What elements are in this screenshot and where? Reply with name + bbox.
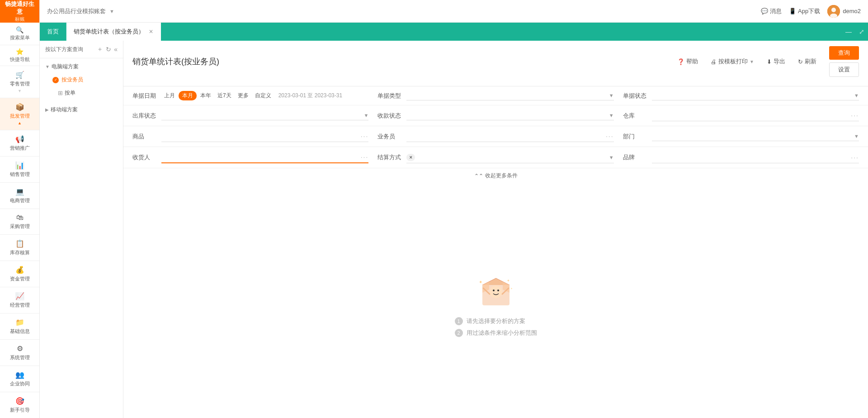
app-download-button[interactable]: 📱 App下载 bbox=[789, 7, 820, 15]
tab-maximize-icon[interactable]: ⤢ bbox=[855, 28, 868, 35]
sidebar-item-basic[interactable]: 📁 基础信息 bbox=[0, 314, 39, 340]
refresh-scheme-icon[interactable]: ↻ bbox=[106, 46, 111, 53]
help-icon: ❓ bbox=[677, 58, 684, 65]
salesman-dots-icon: ··· bbox=[606, 133, 614, 140]
print-icon: 🖨 bbox=[711, 58, 717, 65]
scheme-by-order[interactable]: ⊞ 按单 bbox=[40, 86, 123, 100]
query-btn-group: 查询 设置 bbox=[826, 46, 859, 77]
left-panel-actions: ＋ ↻ « bbox=[97, 45, 118, 53]
filter-warehouse: 仓库 ··· bbox=[623, 110, 859, 121]
sidebar-item-system[interactable]: ⚙ 系统管理 bbox=[0, 340, 39, 366]
type-label: 单据类型 bbox=[377, 92, 406, 100]
app-name-label: 办公用品行业模拟账套 bbox=[47, 7, 106, 15]
tab-close-icon[interactable]: ✕ bbox=[149, 28, 153, 35]
collapse-button[interactable]: ⌃⌃ 收起更多条件 bbox=[474, 172, 518, 180]
sidebar-item-quicknav[interactable]: ⭐ 快捷导航 bbox=[0, 45, 39, 66]
tab-sales-stat[interactable]: 销货单统计表（按业务员） ✕ bbox=[66, 23, 161, 41]
export-button[interactable]: ⬇ 导出 bbox=[763, 56, 789, 67]
empty-tip-1: 1 请先选择要分析的方案 bbox=[455, 317, 537, 325]
export-icon: ⬇ bbox=[767, 58, 772, 65]
sidebar-item-collab[interactable]: 👥 企业协同 bbox=[0, 366, 39, 392]
filter-type: 单据类型 ▼ bbox=[377, 91, 613, 100]
tab-minimize-icon[interactable]: — bbox=[842, 28, 855, 35]
date-tab-thisyear[interactable]: 本年 bbox=[198, 91, 214, 100]
sidebar-item-operation[interactable]: 📈 经营管理 bbox=[0, 287, 39, 314]
sidebar-item-wholesale[interactable]: 📦 批发管理 ▲ bbox=[0, 98, 39, 130]
sidebar-item-finance[interactable]: 💰 资金管理 bbox=[0, 261, 39, 287]
salesman-control[interactable]: ··· bbox=[406, 131, 613, 142]
salesman-label: 业务员 bbox=[377, 133, 406, 141]
filter-section: 单据日期 上月 本月 本年 近7天 更多 自定义 2023-03-01 至 20… bbox=[123, 86, 868, 183]
settlement-arrow-icon: ▼ bbox=[609, 155, 614, 160]
print-dropdown-icon: ▼ bbox=[750, 59, 754, 64]
type-arrow-icon: ▼ bbox=[609, 93, 614, 98]
left-panel-title: 按以下方案查询 bbox=[45, 46, 83, 53]
dept-control[interactable]: ▼ bbox=[652, 132, 859, 141]
desktop-scheme-section: ▼ 电脑端方案 ✓ 按业务员 ⊞ 按单 bbox=[40, 58, 123, 101]
date-tab-lastmonth[interactable]: 上月 bbox=[161, 91, 178, 100]
empty-tip-2: 2 用过滤条件来缩小分析范围 bbox=[455, 329, 537, 337]
add-scheme-icon[interactable]: ＋ bbox=[97, 45, 103, 53]
sidebar: 畅捷通好生意 标账 🔍 搜索菜单 ⭐ 快捷导航 🛒 零售管理 ▼ 📦 批发管理 … bbox=[0, 0, 40, 418]
filter-payment: 收款状态 ▼ bbox=[377, 111, 613, 120]
svg-point-11 bbox=[497, 290, 499, 291]
filter-receiver: 收货人 ··· bbox=[132, 152, 368, 163]
sidebar-item-search[interactable]: 🔍 搜索菜单 bbox=[0, 23, 39, 45]
user-menu[interactable]: demo2 bbox=[827, 5, 861, 18]
filter-salesman: 业务员 ··· bbox=[377, 131, 613, 142]
template-print-button[interactable]: 🖨 按模板打印 ▼ bbox=[707, 56, 758, 67]
left-panel-header: 按以下方案查询 ＋ ↻ « bbox=[40, 41, 123, 58]
message-icon: 💬 bbox=[761, 8, 768, 14]
message-button[interactable]: 💬 消息 bbox=[761, 7, 782, 15]
collapse-panel-icon[interactable]: « bbox=[114, 46, 118, 53]
help-button[interactable]: ❓ 帮助 bbox=[674, 56, 702, 67]
filter-dept: 部门 ▼ bbox=[623, 132, 859, 141]
page-header: 销货单统计表(按业务员) ❓ 帮助 🖨 按模板打印 ▼ ⬇ bbox=[123, 41, 868, 86]
topbar-left: 办公用品行业模拟账套 ▼ bbox=[47, 7, 114, 15]
date-tab-thismonth[interactable]: 本月 bbox=[179, 91, 197, 100]
settlement-control[interactable]: × ▼ bbox=[406, 152, 613, 163]
outbound-control[interactable]: ▼ bbox=[161, 111, 368, 120]
content-area: 按以下方案查询 ＋ ↻ « ▼ 电脑端方案 ✓ 按业务员 ⊞ 按 bbox=[40, 41, 868, 418]
filter-row-3: 商品 ··· 业务员 ··· 部门 bbox=[123, 126, 868, 147]
brand-control[interactable]: ··· bbox=[652, 152, 859, 163]
date-tabs: 上月 本月 本年 近7天 更多 自定义 bbox=[161, 91, 274, 100]
status-control[interactable]: ▼ bbox=[652, 91, 859, 100]
warehouse-dots-icon: ··· bbox=[851, 112, 859, 119]
date-label: 单据日期 bbox=[132, 92, 161, 100]
sidebar-item-marketing[interactable]: 📢 营销推广 bbox=[0, 130, 39, 157]
topbar: 办公用品行业模拟账套 ▼ 💬 消息 📱 App下载 de bbox=[40, 0, 868, 23]
query-button[interactable]: 查询 bbox=[829, 46, 859, 60]
date-range-label: 2023-03-01 至 2023-03-31 bbox=[278, 92, 342, 100]
warehouse-control[interactable]: ··· bbox=[652, 110, 859, 121]
receiver-control[interactable]: ··· bbox=[161, 152, 368, 163]
sidebar-item-sales[interactable]: 📊 销售管理 bbox=[0, 157, 39, 183]
payment-control[interactable]: ▼ bbox=[406, 111, 613, 120]
sidebar-item-purchase[interactable]: 🛍 采购管理 bbox=[0, 209, 39, 235]
scheme-by-salesman[interactable]: ✓ 按业务员 bbox=[40, 73, 123, 86]
desktop-scheme-header[interactable]: ▼ 电脑端方案 bbox=[40, 60, 123, 73]
date-tab-more[interactable]: 更多 bbox=[235, 91, 251, 100]
sidebar-item-ecommerce[interactable]: 💻 电商管理 bbox=[0, 183, 39, 209]
tab-home[interactable]: 首页 bbox=[40, 23, 66, 41]
filter-settlement: 结算方式 × ▼ bbox=[377, 152, 613, 163]
type-control[interactable]: ▼ bbox=[406, 91, 613, 100]
refresh-button[interactable]: ↻ 刷新 bbox=[794, 56, 820, 67]
sidebar-item-newbie[interactable]: 🎯 新手引导 bbox=[0, 392, 39, 418]
svg-text:✦: ✦ bbox=[507, 279, 510, 283]
filter-goods: 商品 ··· bbox=[132, 131, 368, 142]
payment-arrow-icon: ▼ bbox=[609, 113, 614, 118]
page-title-row: 销货单统计表(按业务员) ❓ 帮助 🖨 按模板打印 ▼ ⬇ bbox=[132, 46, 859, 77]
date-tab-custom[interactable]: 自定义 bbox=[252, 91, 274, 100]
goods-control[interactable]: ··· bbox=[161, 131, 368, 142]
main-area: 办公用品行业模拟账套 ▼ 💬 消息 📱 App下载 de bbox=[40, 0, 868, 418]
mobile-scheme-section: ▶ 移动端方案 bbox=[40, 101, 123, 118]
settings-button[interactable]: 设置 bbox=[829, 62, 859, 77]
date-tab-7days[interactable]: 近7天 bbox=[215, 91, 234, 100]
app-name-dropdown[interactable]: ▼ bbox=[109, 9, 114, 14]
sidebar-item-inventory[interactable]: 📋 库存核算 bbox=[0, 235, 39, 261]
sidebar-item-retail[interactable]: 🛒 零售管理 ▼ bbox=[0, 66, 39, 98]
outbound-label: 出库状态 bbox=[132, 112, 161, 120]
mobile-scheme-header[interactable]: ▶ 移动端方案 bbox=[40, 103, 123, 116]
collapse-up-icon: ⌃⌃ bbox=[474, 173, 483, 179]
